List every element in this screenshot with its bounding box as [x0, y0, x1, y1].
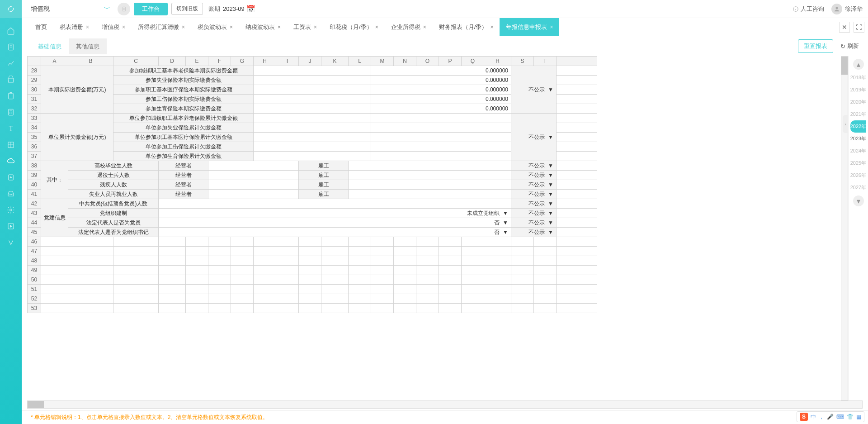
col-header-I[interactable]: I: [276, 57, 299, 66]
vertical-scrollbar[interactable]: [841, 56, 848, 400]
refresh-icon: ↻: [840, 43, 845, 50]
tab-7[interactable]: 印花税（月/季）×: [323, 18, 385, 36]
switch-old-button[interactable]: 切到旧版: [171, 3, 203, 15]
col-header-Q[interactable]: Q: [462, 57, 484, 66]
user-name: 徐泽华: [845, 5, 863, 13]
nav-home-icon[interactable]: [0, 23, 22, 39]
tab-8[interactable]: 企业所得税×: [385, 18, 433, 36]
tab-9[interactable]: 财务报表（月/季）×: [433, 18, 500, 36]
nav-cloud-icon[interactable]: [0, 153, 22, 169]
col-header-C[interactable]: C: [113, 57, 159, 66]
left-sidebar: [0, 0, 22, 424]
col-header-H[interactable]: H: [254, 57, 276, 66]
col-header-S[interactable]: S: [511, 57, 534, 66]
tab-close-icon[interactable]: ×: [375, 24, 378, 30]
year-2025年: 2025年: [850, 157, 866, 169]
round-doc-button[interactable]: [118, 3, 130, 15]
nav-text-icon[interactable]: [0, 120, 22, 137]
nav-grid-icon[interactable]: [0, 137, 22, 153]
svg-rect-8: [123, 7, 126, 11]
svg-point-10: [836, 7, 838, 9]
col-header-J[interactable]: J: [299, 57, 321, 66]
tab-6[interactable]: 工资表×: [287, 18, 323, 36]
subtab-other-info[interactable]: 其他信息: [69, 38, 107, 54]
nav-settings-icon[interactable]: [0, 202, 22, 218]
nav-v-icon[interactable]: [0, 234, 22, 251]
col-header-O[interactable]: O: [416, 57, 439, 66]
tab-close-icon[interactable]: ×: [182, 24, 185, 30]
col-header-F[interactable]: F: [208, 57, 231, 66]
nav-chart-icon[interactable]: [0, 55, 22, 71]
nav-export-icon[interactable]: [0, 169, 22, 186]
tab-10[interactable]: 年报信息申报表×: [500, 18, 559, 36]
tab-close-all-button[interactable]: ✕: [839, 22, 850, 33]
workbench-button[interactable]: 工作台: [134, 3, 168, 15]
nav-clipboard-icon[interactable]: [0, 88, 22, 104]
col-header-K[interactable]: K: [321, 57, 349, 66]
ime-toolbar[interactable]: S 中 ， 🎤 ⌨ 👕 ▦: [797, 411, 864, 422]
avatar-icon: [831, 4, 842, 14]
rail-collapse-button[interactable]: ›: [843, 115, 848, 133]
ime-lang[interactable]: 中: [811, 413, 816, 421]
horizontal-scrollbar[interactable]: [27, 400, 863, 409]
period-value[interactable]: 2023-09: [223, 5, 245, 12]
year-2023年[interactable]: 2023年: [850, 133, 866, 145]
col-header-D[interactable]: D: [159, 57, 186, 66]
top-bar: 增值税 ﹀ 工作台 切到旧版 账期 2023-09 📅 人工咨询 徐泽华: [22, 0, 868, 18]
tab-close-icon[interactable]: ×: [278, 24, 281, 30]
nav-calc-icon[interactable]: [0, 104, 22, 120]
col-header-N[interactable]: N: [394, 57, 416, 66]
year-2020年: 2020年: [850, 96, 866, 108]
nav-inbox-icon[interactable]: [0, 186, 22, 202]
tab-close-icon[interactable]: ×: [122, 24, 125, 30]
user-menu[interactable]: 徐泽华: [831, 4, 863, 14]
ime-keyboard-icon[interactable]: ⌨: [836, 414, 844, 420]
tab-close-icon[interactable]: ×: [423, 24, 426, 30]
nav-bag-icon[interactable]: [0, 71, 22, 88]
nav-play-icon[interactable]: [0, 218, 22, 234]
col-header-L[interactable]: L: [349, 57, 371, 66]
tab-expand-button[interactable]: ⛶: [854, 22, 864, 33]
svg-rect-3: [9, 109, 14, 115]
ime-mic-icon[interactable]: 🎤: [827, 414, 834, 420]
tab-0[interactable]: 首页: [29, 18, 53, 36]
col-header-A[interactable]: A: [41, 57, 68, 66]
rail-up-button[interactable]: ▴: [853, 59, 864, 70]
reset-report-button[interactable]: 重置报表: [798, 39, 833, 53]
col-header-T[interactable]: T: [534, 57, 557, 66]
col-header-B[interactable]: B: [68, 57, 113, 66]
col-header-G[interactable]: G: [231, 57, 254, 66]
tab-4[interactable]: 税负波动表×: [191, 18, 239, 36]
tab-close-icon[interactable]: ×: [86, 24, 89, 30]
footer-hint: * 单元格编辑说明：1、点击单元格直接录入数值或文本。2、清空单元格数值或文本恢…: [31, 414, 268, 421]
col-header-E[interactable]: E: [186, 57, 208, 66]
col-header-P[interactable]: P: [439, 57, 462, 66]
svg-point-6: [10, 209, 12, 211]
tab-close-icon[interactable]: ×: [314, 24, 317, 30]
footer-bar: * 单元格编辑说明：1、点击单元格直接录入数值或文本。2、清空单元格数值或文本恢…: [22, 410, 868, 424]
report-selector[interactable]: 增值税 ﹀: [27, 3, 114, 15]
nav-doc-icon[interactable]: [0, 39, 22, 55]
subtab-basic-info[interactable]: 基础信息: [31, 38, 69, 54]
spreadsheet[interactable]: ABCDEFGHIJKLMNOPQRST28本期实际缴费金额(万元)参加城镇职工…: [22, 56, 841, 400]
rail-down-button[interactable]: ▾: [853, 195, 864, 206]
tab-5[interactable]: 纳税波动表×: [239, 18, 287, 36]
year-2022年[interactable]: 2022年: [850, 120, 866, 133]
tab-1[interactable]: 税表清册×: [53, 18, 95, 36]
help-link[interactable]: 人工咨询: [793, 5, 824, 13]
tab-close-icon[interactable]: ×: [550, 24, 553, 30]
tab-close-icon[interactable]: ×: [490, 24, 493, 30]
ime-skin-icon[interactable]: 👕: [847, 414, 854, 420]
refresh-button[interactable]: ↻刷新: [840, 42, 859, 50]
tab-close-icon[interactable]: ×: [230, 24, 233, 30]
calendar-icon[interactable]: 📅: [246, 5, 255, 13]
col-header-M[interactable]: M: [371, 57, 394, 66]
tab-2[interactable]: 增值税×: [95, 18, 132, 36]
tab-bar: 首页税表清册×增值税×所得税汇算清缴×税负波动表×纳税波动表×工资表×印花税（月…: [22, 18, 868, 36]
year-2019年: 2019年: [850, 84, 866, 96]
ime-tools-icon[interactable]: ▦: [856, 414, 861, 420]
col-header-R[interactable]: R: [484, 57, 511, 66]
app-logo: [0, 0, 22, 18]
tab-3[interactable]: 所得税汇算清缴×: [132, 18, 191, 36]
ime-punct-icon[interactable]: ，: [819, 413, 824, 421]
